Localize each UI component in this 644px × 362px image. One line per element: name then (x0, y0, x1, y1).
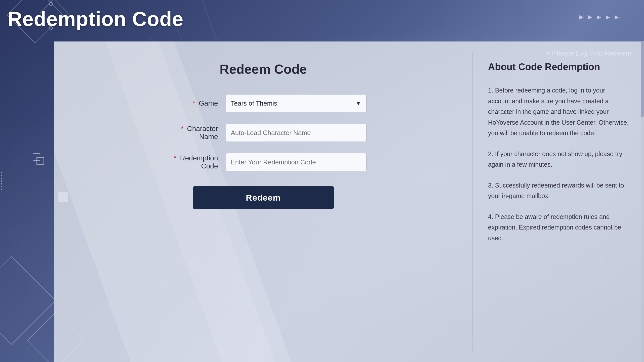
character-name-input[interactable] (226, 124, 367, 142)
game-select-wrapper: Tears of Themis ▼ (226, 94, 367, 112)
redemption-code-row: * Redemption Code (160, 153, 367, 171)
game-label: * Game (160, 99, 226, 107)
game-select[interactable]: Tears of Themis (226, 94, 367, 112)
form-title: Redeem Code (220, 62, 307, 77)
scrollbar[interactable] (641, 41, 644, 362)
left-dots (0, 170, 3, 193)
info-item-3: 3. Successfully redeemed rewards will be… (488, 180, 629, 201)
info-item-4: 4. Please be aware of redemption rules a… (488, 211, 629, 244)
nav-arrow-1[interactable]: ▶ (579, 14, 584, 20)
info-area: About Code Redemption 1. Before redeemin… (473, 41, 644, 362)
redemption-code-input[interactable] (226, 153, 367, 171)
info-item-2: 2. If your character does not show up, p… (488, 149, 629, 170)
info-title: About Code Redemption (488, 62, 629, 72)
top-nav-arrows: ▶ ▶ ▶ ▶ ▶ (579, 14, 619, 20)
deco-float-sq-2 (36, 157, 44, 165)
redemption-code-label: * Redemption Code (160, 154, 226, 170)
redeem-button[interactable]: Redeem (193, 186, 334, 209)
required-star-code: * (174, 154, 177, 162)
required-star-character: * (181, 125, 184, 132)
game-row: * Game Tears of Themis ▼ (160, 94, 367, 112)
required-star-game: * (193, 99, 195, 107)
nav-arrow-3[interactable]: ▶ (597, 14, 601, 20)
nav-arrow-4[interactable]: ▶ (606, 14, 610, 20)
info-item-1: 1. Before redeeming a code, log in to yo… (488, 85, 629, 139)
page-title: Redemption Code (8, 8, 183, 31)
nav-arrow-5[interactable]: ▶ (615, 14, 619, 20)
character-row: * Character Name (160, 124, 367, 142)
scrollbar-thumb[interactable] (641, 41, 644, 117)
nav-arrow-2[interactable]: ▶ (588, 14, 592, 20)
character-label: * Character Name (160, 125, 226, 141)
main-panel: Redeem Code * Game Tears of Themis ▼ * C… (54, 41, 644, 362)
form-area: Redeem Code * Game Tears of Themis ▼ * C… (54, 41, 472, 362)
